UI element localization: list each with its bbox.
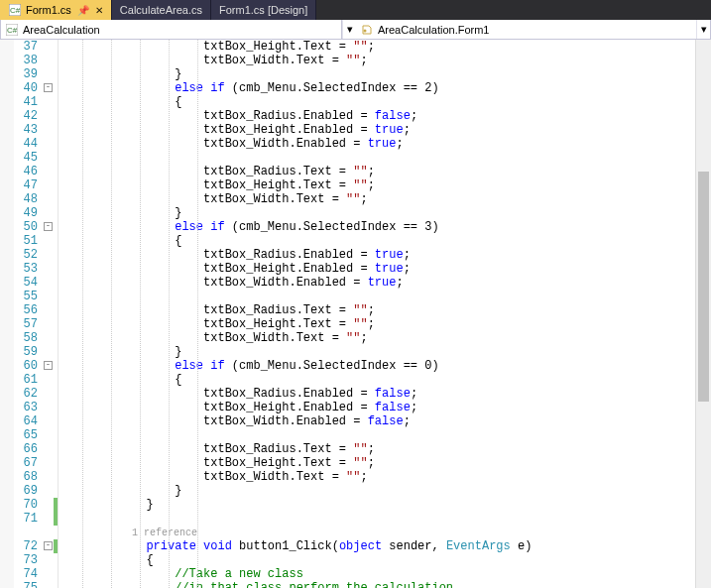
line-number[interactable]: 68 (14, 470, 38, 484)
line-number[interactable]: 71 (14, 512, 38, 526)
line-number[interactable]: 54 (14, 276, 38, 290)
code-line[interactable]: { (60, 95, 711, 109)
line-number[interactable]: 58 (14, 331, 38, 345)
code-line[interactable]: else if (cmb_Menu.SelectedIndex == 0) (60, 359, 711, 373)
code-line[interactable]: } (60, 345, 711, 359)
code-line[interactable]: txtBox_Width.Enabled = true; (60, 276, 711, 290)
code-line[interactable]: txtBox_Width.Enabled = true; (60, 137, 711, 151)
code-line[interactable] (60, 512, 711, 526)
code-line[interactable]: txtBox_Radius.Enabled = true; (60, 248, 711, 262)
line-number[interactable]: 44 (14, 137, 38, 151)
line-number[interactable]: 41 (14, 95, 38, 109)
outline-toggle[interactable]: - (44, 83, 53, 92)
code-line[interactable]: txtBox_Width.Enabled = false; (60, 414, 711, 428)
code-text-area[interactable]: txtBox_Height.Text = ""; txtBox_Width.Te… (59, 40, 711, 588)
class-dropdown[interactable]: AreaCalculation.Form1 (356, 20, 696, 39)
line-number[interactable]: 62 (14, 387, 38, 401)
code-line[interactable]: } (60, 498, 711, 512)
line-number[interactable]: 65 (14, 428, 38, 442)
line-number[interactable]: 52 (14, 248, 38, 262)
line-number[interactable]: 66 (14, 442, 38, 456)
code-line[interactable] (60, 151, 711, 165)
code-line[interactable]: txtBox_Height.Text = ""; (60, 317, 711, 331)
line-number[interactable]: 60 (14, 359, 38, 373)
code-line[interactable]: else if (cmb_Menu.SelectedIndex == 3) (60, 220, 711, 234)
line-number[interactable]: 45 (14, 151, 38, 165)
line-number[interactable]: 61 (14, 373, 38, 387)
outline-toggle[interactable]: - (44, 541, 53, 550)
code-line[interactable]: txtBox_Width.Text = ""; (60, 331, 711, 345)
line-number[interactable]: 70 (14, 498, 38, 512)
line-number[interactable]: 72 (14, 539, 38, 553)
line-number[interactable]: 63 (14, 401, 38, 414)
line-number[interactable]: 49 (14, 206, 38, 220)
code-line[interactable]: { (60, 553, 711, 567)
line-number[interactable]: 43 (14, 123, 38, 137)
line-number[interactable]: 51 (14, 234, 38, 248)
line-number[interactable]: 40 (14, 81, 38, 95)
line-number[interactable]: 47 (14, 178, 38, 192)
line-number[interactable]: 39 (14, 67, 38, 81)
line-number[interactable]: 67 (14, 456, 38, 470)
vertical-scrollbar[interactable] (695, 40, 711, 588)
line-number[interactable]: 64 (14, 414, 38, 428)
code-line[interactable] (60, 290, 711, 303)
code-line[interactable]: txtBox_Height.Text = ""; (60, 178, 711, 192)
code-line[interactable]: private void button1_Click(object sender… (60, 539, 711, 553)
close-icon[interactable]: ✕ (95, 5, 103, 16)
breakpoint-margin[interactable] (0, 40, 14, 588)
line-number[interactable]: 42 (14, 109, 38, 123)
code-line[interactable]: { (60, 234, 711, 248)
line-number[interactable]: 56 (14, 303, 38, 317)
code-line[interactable]: { (60, 373, 711, 387)
tab-label: Form1.cs [Design] (219, 4, 307, 16)
outline-toggle[interactable]: - (44, 222, 53, 231)
code-line[interactable]: txtBox_Radius.Text = ""; (60, 442, 711, 456)
codelens-references[interactable]: 1 reference (60, 528, 197, 538)
line-number[interactable]: 55 (14, 290, 38, 303)
code-line[interactable]: } (60, 67, 711, 81)
line-number[interactable]: 53 (14, 262, 38, 276)
line-number[interactable]: 57 (14, 317, 38, 331)
code-line[interactable]: else if (cmb_Menu.SelectedIndex == 2) (60, 81, 711, 95)
line-number[interactable]: 69 (14, 484, 38, 498)
line-number-margin[interactable]: 3738394041424344454647484950515253545556… (14, 40, 42, 588)
outline-toggle[interactable]: - (44, 361, 53, 370)
namespace-chevron[interactable]: ▾ (342, 20, 356, 39)
pin-icon[interactable]: 📌 (77, 5, 89, 16)
tab-form1-design[interactable]: Form1.cs [Design] (211, 0, 316, 20)
code-line[interactable]: txtBox_Width.Text = ""; (60, 192, 711, 206)
code-editor[interactable]: 3738394041424344454647484950515253545556… (0, 40, 711, 588)
line-number[interactable]: 46 (14, 165, 38, 178)
line-number[interactable]: 50 (14, 220, 38, 234)
line-number[interactable]: 74 (14, 567, 38, 581)
code-line[interactable]: txtBox_Height.Text = ""; (60, 456, 711, 470)
code-line[interactable]: txtBox_Radius.Text = ""; (60, 303, 711, 317)
tab-form1-cs[interactable]: C# Form1.cs 📌 ✕ (0, 0, 112, 20)
code-line[interactable]: txtBox_Width.Text = ""; (60, 54, 711, 67)
code-line[interactable]: } (60, 206, 711, 220)
outlining-margin[interactable]: ---- (42, 40, 54, 588)
line-number[interactable]: 37 (14, 40, 38, 54)
code-line[interactable]: txtBox_Height.Enabled = true; (60, 262, 711, 276)
code-line[interactable]: //in that class perform the calculation (60, 581, 711, 588)
namespace-dropdown[interactable]: C# AreaCalculation (1, 20, 342, 39)
code-line[interactable] (60, 428, 711, 442)
line-number[interactable]: 48 (14, 192, 38, 206)
tab-calculatearea-cs[interactable]: CalculateArea.cs (112, 0, 211, 20)
code-line[interactable]: } (60, 484, 711, 498)
code-line[interactable]: txtBox_Height.Enabled = true; (60, 123, 711, 137)
code-line[interactable]: txtBox_Width.Text = ""; (60, 470, 711, 484)
line-number[interactable]: 59 (14, 345, 38, 359)
code-line[interactable]: txtBox_Height.Enabled = false; (60, 401, 711, 414)
line-number[interactable]: 75 (14, 581, 38, 588)
class-chevron[interactable]: ▾ (696, 20, 710, 39)
code-line[interactable]: txtBox_Height.Text = ""; (60, 40, 711, 54)
code-line[interactable]: txtBox_Radius.Text = ""; (60, 165, 711, 178)
code-line[interactable]: txtBox_Radius.Enabled = false; (60, 387, 711, 401)
scrollbar-thumb[interactable] (698, 172, 709, 402)
code-line[interactable]: //Take a new class (60, 567, 711, 581)
code-line[interactable]: txtBox_Radius.Enabled = false; (60, 109, 711, 123)
line-number[interactable]: 38 (14, 54, 38, 67)
line-number[interactable]: 73 (14, 553, 38, 567)
